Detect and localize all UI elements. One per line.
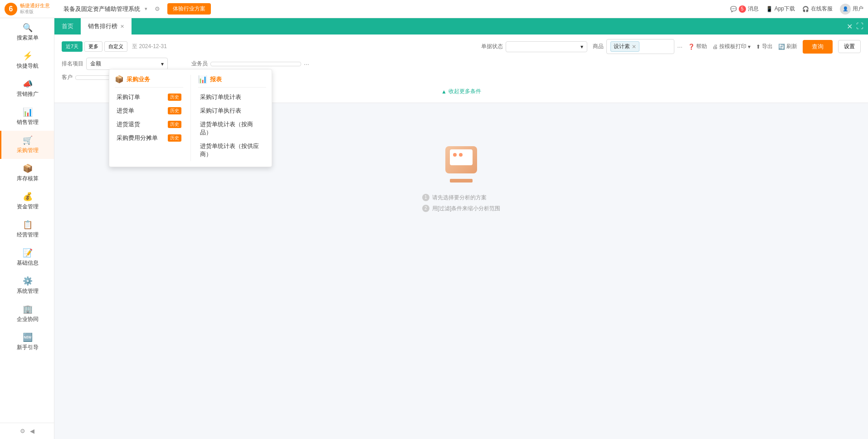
empty-icon-screen xyxy=(450,149,473,165)
help-icon: ❓ xyxy=(688,44,695,50)
logo-icon: 6 xyxy=(5,3,17,15)
purchase-icon: 🛒 xyxy=(23,135,33,145)
sidebar-settings-icon[interactable]: ⚙ xyxy=(20,428,25,434)
filter-salesperson: 业务员 ··· xyxy=(191,60,309,68)
filter-date-area: 近7天 更多 自定义 至 2024-12-31 xyxy=(62,41,476,52)
dropdown-item-return[interactable]: 进货退货 历史 xyxy=(115,118,183,131)
sidebar-collapse-icon[interactable]: ◀ xyxy=(30,428,34,434)
dropdown-item-expense[interactable]: 采购费用分摊单 历史 xyxy=(115,131,183,145)
sidebar-item-purchase[interactable]: 🛒 采购管理 xyxy=(0,131,54,159)
sidebar-item-guide[interactable]: 🆕 新手引导 xyxy=(0,328,54,356)
dropdown-item-purchase-order[interactable]: 采购订单 历史 xyxy=(115,90,183,104)
logo-area: 6 畅捷通好生意 标准版 xyxy=(5,3,59,15)
enterprise-icon: 🏢 xyxy=(23,304,33,314)
print-label: 按模板打印 xyxy=(719,43,746,50)
tab-home[interactable]: 首页 xyxy=(54,18,81,35)
dropdown-item-purchase-order-exec[interactable]: 采购订单执行表 xyxy=(198,104,267,118)
date-btn-custom[interactable]: 自定义 xyxy=(104,41,127,52)
tab-close-icon[interactable]: ✕ xyxy=(120,24,124,30)
date-btn-more[interactable]: 更多 xyxy=(84,41,102,52)
doc-status-label: 单据状态 xyxy=(481,43,503,50)
dropdown-item-inbound-stat-supplier[interactable]: 进货单统计表（按供应商） xyxy=(198,139,267,161)
purchase-col-title-text: 采购业务 xyxy=(127,75,150,84)
print-arrow-icon: ▾ xyxy=(748,44,751,50)
online-service-btn[interactable]: 🎧 在线客服 xyxy=(802,5,833,13)
sidebar-item-system[interactable]: ⚙️ 系统管理 xyxy=(0,271,54,300)
basic-icon: 📝 xyxy=(23,248,33,258)
top-header: 6 畅捷通好生意 标准版 装备及固定资产辅助管理系统 ▾ ⚙ 体验行业方案 💬 … xyxy=(0,0,868,18)
toolbar-right: ❓ 帮助 🖨 按模板打印 ▾ ⬆ 导出 🔄 xyxy=(688,40,861,54)
rank-select[interactable]: 金额 ▾ xyxy=(86,58,168,70)
sidebar: 🔍 搜索菜单 ⚡ 快捷导航 📣 营销推广 📊 销售管理 🛒 采购管理 📦 库存核… xyxy=(0,18,54,439)
finance-icon: 💰 xyxy=(23,192,33,202)
dropdown-item-purchase-order-stat[interactable]: 采购订单统计表 xyxy=(198,90,267,104)
empty-tip-1: 1 请先选择要分析的方案 xyxy=(422,192,501,203)
help-label: 帮助 xyxy=(696,43,707,50)
product-tag: 设计素 ✕ xyxy=(610,41,639,52)
product-label: 商品 xyxy=(593,43,604,50)
user-label: 用户 xyxy=(853,5,863,13)
filter-doc-status: 单据状态 ▾ xyxy=(481,41,587,52)
empty-tip-text-2: 用[过滤]条件来缩小分析范围 xyxy=(432,203,501,214)
sidebar-item-enterprise[interactable]: 🏢 企业协同 xyxy=(0,300,54,328)
inbound-stat-product-label: 进货单统计表（按商品） xyxy=(200,120,265,137)
tab-home-label: 首页 xyxy=(62,22,73,30)
report-col-icon: 📊 xyxy=(198,75,207,84)
sidebar-item-label-basic: 基础信息 xyxy=(17,259,39,267)
sidebar-item-marketing[interactable]: 📣 营销推广 xyxy=(0,74,54,103)
empty-icon-base xyxy=(450,179,473,183)
sidebar-item-basic[interactable]: 📝 基础信息 xyxy=(0,243,54,271)
industry-btn[interactable]: 体验行业方案 xyxy=(167,3,211,15)
user-btn[interactable]: 👤 用户 xyxy=(840,4,863,15)
messages-btn[interactable]: 💬 5 消息 xyxy=(730,5,759,13)
query-btn[interactable]: 查询 xyxy=(803,40,833,54)
print-btn[interactable]: 🖨 按模板打印 ▾ xyxy=(712,43,751,50)
salesperson-select[interactable] xyxy=(210,62,301,66)
dropdown-item-inbound-stat-product[interactable]: 进货单统计表（按商品） xyxy=(198,118,267,139)
inbound-history-badge: 历史 xyxy=(168,107,181,114)
export-icon: ⬆ xyxy=(756,44,761,50)
tab-close-all-icon[interactable]: ✕ xyxy=(847,22,853,31)
app-download-label: App下载 xyxy=(775,5,795,13)
refresh-btn[interactable]: 🔄 刷新 xyxy=(778,43,797,50)
dropdown-cols: 📦 采购业务 采购订单 历史 进货单 历史 进货退货 xyxy=(109,75,272,161)
dropdown-item-inbound[interactable]: 进货单 历史 xyxy=(115,104,183,118)
rank-label: 排名项目 xyxy=(62,60,83,68)
salesperson-ellipsis-icon[interactable]: ··· xyxy=(304,60,309,68)
product-ellipsis-icon[interactable]: ··· xyxy=(677,43,683,50)
system-icon: ⚙️ xyxy=(23,276,33,286)
doc-status-arrow-icon: ▾ xyxy=(580,44,583,50)
doc-status-select[interactable]: ▾ xyxy=(506,41,587,52)
sidebar-item-quick-nav[interactable]: ⚡ 快捷导航 xyxy=(0,46,54,74)
tab-sales-rank[interactable]: 销售排行榜 ✕ xyxy=(81,18,132,35)
filter-settings-btn[interactable]: 设置 xyxy=(838,40,861,53)
date-btn-7days[interactable]: 近7天 xyxy=(62,41,83,52)
product-tag-close-icon[interactable]: ✕ xyxy=(632,44,636,50)
inventory-icon: 📦 xyxy=(23,163,33,173)
sidebar-item-operation[interactable]: 📋 经营管理 xyxy=(0,215,54,243)
tab-fullscreen-icon[interactable]: ⛶ xyxy=(856,22,863,30)
header-center: 装备及固定资产辅助管理系统 ▾ ⚙ 体验行业方案 xyxy=(59,3,730,15)
tab-bar-actions: ✕ ⛶ xyxy=(847,22,868,31)
system-title-arrow-icon[interactable]: ▾ xyxy=(145,6,147,12)
online-service-label: 在线客服 xyxy=(811,5,833,13)
help-btn[interactable]: ❓ 帮助 xyxy=(688,43,707,50)
sidebar-item-inventory[interactable]: 📦 库存核算 xyxy=(0,159,54,187)
header-settings-btn[interactable]: ⚙ xyxy=(152,4,163,15)
header-right: 💬 5 消息 📱 App下载 🎧 在线客服 👤 用户 xyxy=(730,4,863,15)
robot-eye-left xyxy=(453,153,457,157)
guide-icon: 🆕 xyxy=(23,332,33,342)
export-btn[interactable]: ⬆ 导出 xyxy=(756,43,773,50)
sidebar-item-search[interactable]: 🔍 搜索菜单 xyxy=(0,18,54,46)
app-download-btn[interactable]: 📱 App下载 xyxy=(766,5,795,13)
refresh-icon: 🔄 xyxy=(778,44,785,50)
sidebar-item-label-operation: 经营管理 xyxy=(17,231,39,239)
page-content: 近7天 更多 自定义 至 2024-12-31 单据状态 ▾ xyxy=(54,35,868,439)
sidebar-item-label-system: 系统管理 xyxy=(17,287,39,295)
product-select[interactable]: 设计素 ✕ xyxy=(606,39,674,54)
tip-num-1: 1 xyxy=(422,194,429,201)
sidebar-item-finance[interactable]: 💰 资金管理 xyxy=(0,187,54,215)
sidebar-item-sales[interactable]: 📊 销售管理 xyxy=(0,103,54,131)
filter-date-range: 近7天 更多 自定义 至 2024-12-31 xyxy=(62,41,167,52)
sidebar-item-label-inventory: 库存核算 xyxy=(17,175,39,183)
